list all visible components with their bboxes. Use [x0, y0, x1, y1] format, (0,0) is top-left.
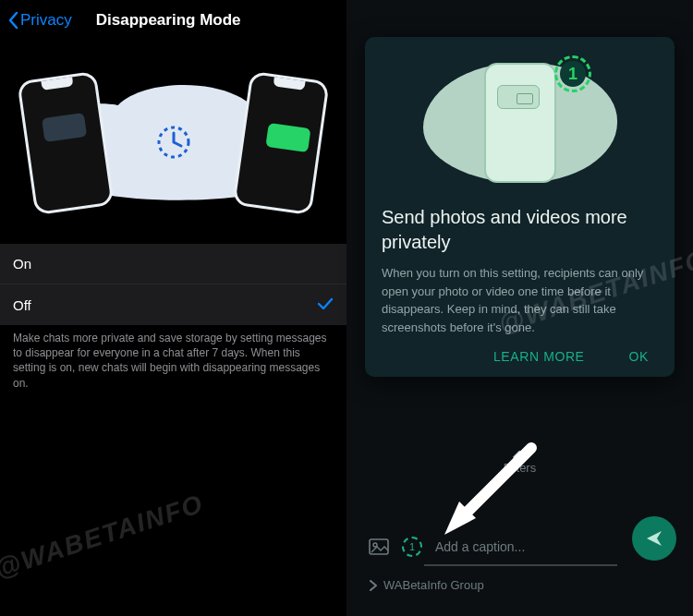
option-on-label: On [13, 256, 31, 272]
view-once-media-screen: 1 Send photos and videos more privately … [346, 0, 693, 616]
card-description: When you turn on this setting, recipient… [382, 264, 658, 336]
view-once-illustration: 1 [382, 54, 658, 192]
view-once-toggle[interactable]: 1 [402, 537, 422, 557]
settings-footer-text: Make chats more private and save storage… [0, 325, 346, 391]
phone-icon [484, 63, 556, 183]
timer-icon [153, 122, 194, 163]
option-off-label: Off [13, 297, 31, 313]
card-actions: LEARN MORE OK [382, 349, 658, 364]
page-title: Disappearing Mode [96, 11, 241, 30]
recipient-chip[interactable]: WABetaInfo Group [369, 578, 484, 592]
caption-row: 1 Add a caption... [369, 537, 626, 557]
option-on[interactable]: On [0, 244, 346, 284]
watermark: @WABETAINFO [0, 489, 208, 584]
filters-toggle[interactable]: Filters [504, 450, 536, 475]
svg-marker-4 [444, 501, 476, 535]
svg-point-2 [373, 543, 377, 547]
view-once-info-card: 1 Send photos and videos more privately … [365, 37, 675, 377]
checkmark-icon [317, 297, 334, 313]
disappearing-mode-options: On Off [0, 244, 346, 325]
ok-button[interactable]: OK [629, 349, 649, 364]
back-label: Privacy [20, 11, 72, 30]
recipient-label: WABetaInfo Group [383, 578, 484, 592]
view-once-badge-icon: 1 [554, 55, 591, 92]
card-title: Send photos and videos more privately [382, 205, 658, 255]
send-button[interactable] [632, 516, 676, 561]
chevron-right-icon [369, 580, 378, 591]
option-off[interactable]: Off [0, 284, 346, 325]
chevron-left-icon [7, 11, 18, 30]
disappearing-mode-settings-screen: Privacy Disappearing Mode O [0, 0, 346, 616]
caption-input[interactable]: Add a caption... [435, 539, 525, 554]
nav-bar: Privacy Disappearing Mode [0, 0, 346, 41]
photo-icon [369, 538, 389, 555]
send-icon [644, 528, 664, 549]
back-button[interactable]: Privacy [7, 11, 72, 30]
disappearing-illustration [17, 68, 330, 216]
media-editor-bottom: Filters 1 Add a caption... WABetaInfo Gr… [346, 441, 693, 616]
filters-label: Filters [504, 461, 536, 475]
learn-more-button[interactable]: LEARN MORE [493, 349, 585, 364]
chevron-up-icon [512, 450, 527, 459]
